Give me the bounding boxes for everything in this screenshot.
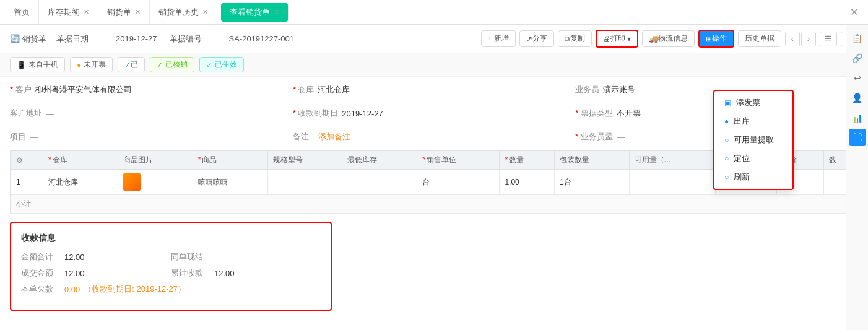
cell-product: 嘻嘻嘻嘻: [193, 170, 267, 195]
warehouse-field: 仓库 河北仓库: [293, 84, 576, 95]
col-min-stock: 最低库存: [342, 151, 417, 170]
list-view-button[interactable]: ☰: [820, 32, 837, 46]
refresh-icon: ○: [724, 173, 729, 181]
tab-close-sales[interactable]: ✕: [135, 8, 141, 16]
tab-home[interactable]: 首页: [5, 0, 39, 25]
history-button[interactable]: 历史单据: [738, 30, 781, 47]
menu-outbound[interactable]: ● 出库: [714, 112, 792, 131]
cell-product-img: [118, 170, 193, 195]
share-button[interactable]: ↗ 分享: [519, 30, 554, 47]
cell-unit: 台: [417, 170, 500, 195]
staff2-label: 业务员孟: [575, 131, 613, 142]
staff-label: 业务员: [575, 84, 599, 95]
tab-view-sales[interactable]: 查看销货单 ✕: [221, 3, 289, 22]
available-qty-icon: ○: [724, 136, 729, 144]
sidebar-icon-user[interactable]: 👤: [849, 89, 866, 106]
add-button[interactable]: + 新增: [481, 30, 516, 47]
col-product: *商品: [193, 151, 267, 170]
sidebar-icon-doc[interactable]: 📋: [849, 30, 866, 47]
payment-date-value: 2019-12-27: [342, 109, 383, 118]
verified-button[interactable]: 已核销: [150, 57, 194, 72]
cumulative-value: 12.00: [214, 269, 235, 278]
owed-label: 本单欠款: [21, 284, 64, 295]
customer-field: 客户 柳州粤港平安气体有限公司: [10, 84, 293, 95]
effective-button[interactable]: 已生效: [199, 57, 244, 72]
nav-arrows: ‹ ›: [785, 32, 816, 46]
deal-label: 成交金额: [21, 267, 64, 279]
locate-icon: ○: [724, 154, 729, 163]
tab-close-inventory[interactable]: ✕: [84, 8, 89, 16]
col-available: 可用量（...: [629, 151, 715, 170]
operation-icon: ⊞: [706, 35, 712, 43]
right-sidebar: 📋 🔗 ↩ 👤 📊 ⛶: [846, 25, 868, 330]
customer-value: 柳州粤港平安气体有限公司: [35, 84, 132, 95]
num-value: SA-20191227-001: [229, 34, 295, 43]
sidebar-icon-chart[interactable]: 📊: [849, 109, 866, 126]
doc-title: 🔄 销货单: [10, 33, 46, 45]
product-image: [123, 173, 141, 191]
doc-meta: 单据日期 2019-12-27 单据编号 SA-20191227-001: [56, 33, 306, 45]
cell-spec: [267, 170, 342, 195]
open-ticket-button[interactable]: 未开票: [70, 57, 113, 72]
tab-sales-history[interactable]: 销货单历史 ✕: [150, 0, 217, 25]
copy-button[interactable]: ⧉ 复制: [558, 30, 592, 47]
dropdown-menu: ▣ 添发票 ● 出库 ○ 可用量提取 ○ 定位 ○ 刷新: [713, 90, 794, 190]
phone-button[interactable]: 📱 来自手机: [10, 57, 65, 72]
confirm-icon-button[interactable]: ✓ 已: [118, 57, 145, 72]
cell-warehouse: 河北仓库: [43, 170, 118, 195]
sidebar-icon-return[interactable]: ↩: [849, 69, 866, 87]
window-close-button[interactable]: ✕: [845, 6, 863, 18]
sidebar-icon-expand[interactable]: ⛶: [849, 129, 866, 146]
total-value: 12.00: [64, 253, 85, 262]
menu-locate[interactable]: ○ 定位: [714, 149, 792, 168]
next-button[interactable]: ›: [801, 32, 816, 46]
menu-available-qty[interactable]: ○ 可用量提取: [714, 131, 792, 149]
total-item: 金额合计 12.00: [21, 251, 171, 263]
add-invoice-icon: ▣: [724, 98, 731, 107]
payment-section: 收款信息 金额合计 12.00 同单现结 — 成交金额 12.00 累计收款 1…: [10, 222, 332, 311]
tab-close-sales-history[interactable]: ✕: [202, 8, 208, 16]
sidebar-icon-link[interactable]: 🔗: [849, 50, 866, 67]
project-label: 项目: [10, 131, 26, 142]
payment-row-2: 成交金额 12.00 累计收款 12.00: [21, 267, 321, 279]
project-field: 项目 —: [10, 131, 293, 142]
col-warehouse: *仓库: [43, 151, 118, 170]
invoice-value: 不开票: [617, 108, 641, 119]
deal-item: 成交金额 12.00: [21, 267, 171, 279]
col-product-img: 商品图片: [118, 151, 193, 170]
logistics-button[interactable]: 🚚 物流信息: [642, 30, 695, 47]
print-button[interactable]: 🖨 打印 ▾: [596, 30, 638, 48]
cell-available: [629, 170, 715, 195]
subtotal-cell: 小计: [11, 195, 857, 214]
payment-date-field: 收款到期日 2019-12-27: [293, 108, 576, 119]
num-label: 单据编号: [170, 33, 214, 45]
cell-index: 1: [11, 170, 43, 195]
date-value: 2019-12-27: [116, 34, 157, 43]
menu-add-invoice[interactable]: ▣ 添发票: [714, 93, 792, 112]
outbound-icon: ●: [724, 117, 729, 126]
add-note-button[interactable]: 添加备注: [313, 131, 351, 142]
tab-close-view-sales[interactable]: ✕: [274, 8, 279, 16]
subtotal-row: 小计: [11, 195, 857, 214]
cell-pack-qty: 1台: [555, 170, 630, 195]
prev-button[interactable]: ‹: [785, 32, 800, 46]
tab-inventory[interactable]: 库存期初 ✕: [39, 0, 98, 25]
copy-icon: ⧉: [565, 35, 570, 43]
staff-value: 演示账号: [603, 84, 635, 95]
address-label: 客户地址: [10, 108, 42, 119]
menu-refresh[interactable]: ○ 刷新: [714, 168, 792, 186]
tab-sales[interactable]: 销货单 ✕: [98, 0, 150, 25]
phone-icon: 📱: [17, 61, 26, 69]
payment-date-label: 收款到期日: [293, 108, 339, 119]
sec-toolbar: 📱 来自手机 未开票 ✓ 已 已核销 已生效: [0, 53, 868, 77]
warehouse-value: 河北仓库: [318, 84, 350, 95]
owed-item: 本单欠款 0.00 （收款到期日: 2019-12-27）: [21, 284, 321, 295]
deal-value: 12.00: [64, 269, 85, 278]
operation-button[interactable]: ⊞ 操作: [698, 30, 734, 48]
cell-min-stock: [342, 170, 417, 195]
note-field: 备注 添加备注: [293, 131, 576, 142]
invoice-label: 票据类型: [575, 108, 613, 119]
print-icon: 🖨: [603, 35, 610, 43]
project-value: —: [30, 132, 38, 142]
date-label: 单据日期: [56, 33, 101, 45]
